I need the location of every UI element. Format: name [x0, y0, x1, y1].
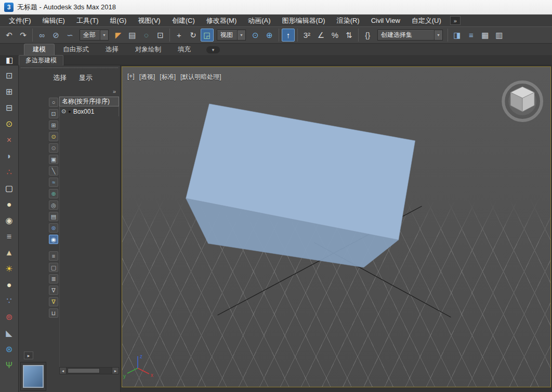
stack-panel-icon[interactable]: ≡: [3, 229, 16, 244]
select-object-icon[interactable]: ◤: [112, 29, 125, 42]
ribbon-tab-selection[interactable]: 选择: [97, 44, 127, 55]
explorer-tab-select[interactable]: 选择: [53, 73, 67, 83]
scale-icon[interactable]: ◲: [201, 29, 214, 42]
ribbon-tab-object-paint[interactable]: 对象绘制: [127, 44, 169, 55]
vertex-panel-icon[interactable]: ⊡: [3, 69, 16, 83]
select-manipulate-icon[interactable]: ⊕: [263, 29, 276, 42]
gear-icon[interactable]: ⊛: [3, 342, 16, 356]
list-item-box001[interactable]: ⊙ ● Box001: [59, 106, 119, 116]
menu-views[interactable]: 视图(V): [132, 15, 166, 26]
sphere-primitive-icon[interactable]: ◉: [3, 213, 16, 227]
viewport-menu-general[interactable]: [+]: [127, 73, 135, 82]
border-panel-icon[interactable]: ⊟: [3, 101, 16, 115]
selection-region-icon[interactable]: ◌: [140, 29, 153, 42]
hidden-filter-icon[interactable]: ◉: [49, 235, 58, 244]
chevron-down-icon[interactable]: ▼: [237, 30, 245, 40]
none-filter-icon[interactable]: ○: [49, 98, 58, 107]
redo-icon[interactable]: ↷: [17, 29, 30, 42]
menu-group[interactable]: 组(G): [104, 15, 133, 26]
explorer-overflow-button[interactable]: »: [113, 88, 116, 94]
particle-flow-icon[interactable]: ∵: [3, 294, 16, 308]
named-selection-sets-dropdown[interactable]: 创建选择集 ▼: [377, 30, 443, 40]
scroll-thumb[interactable]: [68, 368, 100, 373]
ribbon-tab-freeform[interactable]: 自由形式: [55, 44, 97, 55]
select-by-name-icon[interactable]: ▤: [126, 29, 139, 42]
columns-view-icon[interactable]: ≣: [49, 274, 58, 283]
lights-off-icon[interactable]: ⊙: [49, 143, 58, 153]
unlink-icon[interactable]: ⊘: [49, 29, 62, 42]
undo-icon[interactable]: ↶: [3, 29, 16, 42]
ribbon-options-button[interactable]: ▾: [206, 46, 220, 53]
menu-create[interactable]: 创建(C): [166, 15, 201, 26]
menu-graph-editors[interactable]: 图形编辑器(D): [277, 15, 331, 26]
edge-panel-icon[interactable]: ⊞: [3, 85, 16, 99]
bind-spacewarp-icon[interactable]: ∽: [63, 29, 76, 42]
use-pivot-icon[interactable]: ⊙: [249, 29, 262, 42]
filter-icon[interactable]: ∇: [49, 286, 58, 295]
scroll-track[interactable]: [67, 367, 112, 374]
viewport-menu-render-preset[interactable]: [标准]: [160, 73, 176, 82]
containers-filter-icon[interactable]: ◎: [49, 200, 58, 210]
frozen-filter-icon[interactable]: ⊛: [49, 223, 58, 233]
viewport-menu-pov[interactable]: [透视]: [139, 73, 155, 82]
detail-view-icon[interactable]: ▢: [49, 263, 58, 272]
axe-icon[interactable]: ◣: [3, 326, 16, 340]
molecule-icon[interactable]: ⊚: [3, 310, 16, 324]
toggle-ribbon-icon[interactable]: ▥: [493, 29, 506, 42]
hemisphere-icon[interactable]: ◗: [3, 149, 16, 163]
scroll-left-button[interactable]: ◂: [59, 367, 67, 374]
subtab-polygon-modeling[interactable]: 多边形建模: [19, 55, 63, 65]
capsule-icon[interactable]: ●: [3, 278, 16, 292]
menu-overflow-button[interactable]: »: [450, 16, 461, 25]
percent-snap-icon[interactable]: %: [328, 29, 341, 42]
list-view-icon[interactable]: ≡: [49, 251, 58, 261]
box-primitive-icon[interactable]: ▢: [3, 181, 16, 195]
horizontal-scrollbar[interactable]: ◂ ▸: [59, 367, 119, 374]
menu-tools[interactable]: 工具(T): [71, 15, 104, 26]
selection-filter-dropdown[interactable]: 全部 ▼: [80, 30, 109, 40]
viewcube[interactable]: [503, 82, 542, 120]
lights-on-icon[interactable]: ⊙: [49, 132, 58, 141]
list-header-name[interactable]: 名称(按升序排序): [59, 97, 119, 106]
chevron-down-icon[interactable]: ▼: [434, 30, 442, 40]
cone-primitive-icon[interactable]: ▲: [3, 246, 16, 260]
menu-animation[interactable]: 动画(A): [242, 15, 276, 26]
cut-tool-icon[interactable]: ×: [3, 133, 16, 147]
spray-icon[interactable]: ∴: [3, 165, 16, 179]
sun-icon[interactable]: ☀: [3, 262, 16, 276]
plant-icon[interactable]: Ψ: [3, 358, 16, 372]
ribbon-tab-populate[interactable]: 填充: [169, 44, 199, 55]
align-icon[interactable]: ≡: [465, 29, 478, 42]
menu-civil-view[interactable]: Civil View: [365, 15, 406, 26]
layer-manager-icon[interactable]: ▦: [479, 29, 492, 42]
move-icon[interactable]: +: [173, 29, 186, 42]
scroll-right-button[interactable]: ▸: [112, 367, 119, 374]
snap-3d-icon[interactable]: 3²: [300, 29, 313, 42]
bones-filter-icon[interactable]: ⊕: [49, 189, 58, 198]
perspective-viewport[interactable]: x y z [+][透视][标准][默认明暗处理]: [122, 66, 551, 387]
window-crossing-icon[interactable]: ⊡: [154, 29, 167, 42]
egg-primitive-icon[interactable]: ●: [3, 197, 16, 211]
polygon-modeling-icon[interactable]: ◧: [0, 56, 19, 65]
edit-named-sets-icon[interactable]: {}: [361, 29, 374, 42]
eye-icon[interactable]: ⊙: [61, 108, 66, 115]
link-icon[interactable]: ∞: [35, 29, 48, 42]
menu-edit[interactable]: 编辑(E): [37, 15, 71, 26]
viewport-menu-shading[interactable]: [默认明暗处理]: [180, 73, 221, 82]
menu-customize[interactable]: 自定义(U): [406, 15, 447, 26]
expand-panel-button[interactable]: ▸: [24, 352, 33, 359]
helpers-filter-icon[interactable]: ╲: [49, 166, 58, 175]
geometry-filter-icon[interactable]: ⊡: [49, 109, 58, 118]
explorer-tab-display[interactable]: 显示: [79, 73, 93, 83]
ribbon-tab-modeling[interactable]: 建模: [24, 44, 55, 55]
rotate-icon[interactable]: ↻: [187, 29, 200, 42]
lamp-icon[interactable]: ⊙: [3, 117, 16, 131]
chevron-down-icon[interactable]: ▼: [100, 30, 108, 40]
angle-snap-icon[interactable]: ∠: [314, 29, 327, 42]
keyboard-override-icon[interactable]: ↑: [282, 29, 295, 42]
viewport-thumbnail[interactable]: [23, 365, 44, 388]
viewport-thumbnail-panel[interactable]: [20, 362, 46, 391]
menu-rendering[interactable]: 渲染(R): [331, 15, 365, 26]
filter-active-icon[interactable]: ∇: [49, 297, 58, 306]
mirror-icon[interactable]: ◨: [451, 29, 464, 42]
